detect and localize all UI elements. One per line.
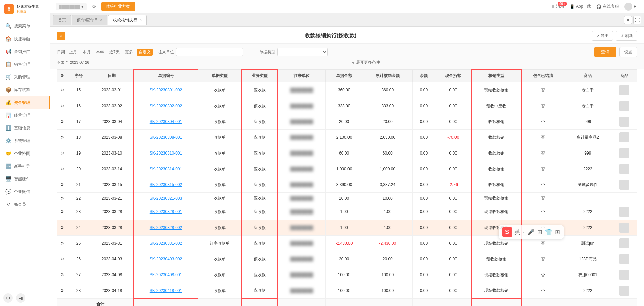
settings-filter-btn[interactable]: 设置: [619, 47, 637, 57]
td-balance: 0.00: [412, 98, 435, 114]
sidebar-item-inventory[interactable]: 📦 库存核算: [0, 83, 50, 96]
td-bill-no[interactable]: SK-20230331-002: [134, 236, 198, 251]
icon-grid2: ⊞: [555, 228, 560, 236]
date-opt-7days[interactable]: 近7天: [107, 49, 122, 56]
tab-home[interactable]: 首页: [53, 15, 71, 25]
close-tab-btn[interactable]: ×: [624, 16, 632, 24]
td-bill-no[interactable]: SK-20230328-002: [134, 220, 198, 236]
td-bill-no[interactable]: SK-20230302-002: [134, 98, 198, 114]
bill-type-select[interactable]: [277, 48, 328, 56]
sidebar-item-quick[interactable]: 🏠 快捷导航: [0, 33, 50, 45]
td-settings[interactable]: ⚙: [57, 82, 67, 98]
sidebar-item-purchase[interactable]: 🛒 采购管理: [0, 71, 50, 83]
export-btn[interactable]: ↗ 导出: [592, 31, 613, 41]
date-opt-custom[interactable]: 自定义: [137, 49, 153, 56]
td-settings[interactable]: ⚙: [57, 161, 67, 177]
td-settings[interactable]: ⚙: [57, 267, 67, 283]
td-cum-amount: 1.00: [363, 204, 412, 220]
td-settings[interactable]: ⚙: [57, 236, 67, 251]
td-bill-no[interactable]: SK-20230301-002: [134, 82, 198, 98]
td-bill-no[interactable]: SK-20230304-001: [134, 114, 198, 130]
user-avatar[interactable]: Rit: [624, 3, 639, 11]
filter-toggle-btn[interactable]: »: [57, 32, 65, 40]
footer-amount: [325, 299, 363, 306]
td-bill-no[interactable]: SK-20230408-001: [134, 267, 198, 283]
td-settings[interactable]: ⚙: [57, 114, 67, 130]
solution-btn[interactable]: 体验行业方案: [101, 2, 135, 11]
td-product: 测试多属性: [565, 177, 611, 193]
app-download-btn[interactable]: 📱 App下载: [570, 4, 591, 9]
td-settings[interactable]: ⚙: [57, 193, 67, 204]
company-select[interactable]: ████████ ▾: [56, 3, 87, 10]
td-partner: ████████: [278, 82, 325, 98]
tab-receipt[interactable]: 收款核销执行 ×: [108, 15, 147, 25]
td-balance: 0.00: [412, 204, 435, 220]
td-settings[interactable]: ⚙: [57, 130, 67, 145]
table-row: ⚙ 20 2023-03-14 SK-20230314-001 收款单 应收款 …: [57, 161, 637, 177]
tab-payable-close[interactable]: ×: [100, 18, 102, 22]
refresh-btn[interactable]: ↺ 刷新: [616, 31, 637, 41]
fullscreen-tab-btn[interactable]: ⛶: [633, 16, 641, 24]
message-btn[interactable]: 🖥 消息 99+: [551, 4, 564, 9]
query-btn[interactable]: 查询: [594, 47, 616, 57]
sidebar-item-wechat[interactable]: 💬 企业微信: [0, 185, 50, 198]
th-settings[interactable]: ⚙: [57, 69, 67, 82]
td-settings[interactable]: ⚙: [57, 220, 67, 236]
td-bill-no[interactable]: SK-20230321-003: [134, 193, 198, 204]
sidebar-item-sales[interactable]: 📋 销售管理: [0, 58, 50, 71]
td-product-thumb: [611, 193, 637, 204]
date-opt-this-month[interactable]: 本月: [80, 49, 93, 56]
td-bill-no[interactable]: SK-20230403-002: [134, 251, 198, 267]
td-settings[interactable]: ⚙: [57, 283, 67, 299]
td-cum-amount: 10.00: [363, 193, 412, 204]
partner-value: ████████: [290, 182, 313, 187]
td-settings[interactable]: ⚙: [57, 177, 67, 193]
sidebar-item-hardware[interactable]: 🖥️ 智能硬件: [0, 173, 50, 185]
product-name: 2222: [583, 209, 592, 214]
sidebar-item-guide[interactable]: 🆕 新手引导: [0, 160, 50, 173]
product-name: 老白干: [582, 104, 594, 108]
td-settings[interactable]: ⚙: [57, 204, 67, 220]
td-product-thumb: [611, 251, 637, 267]
sidebar-item-finance[interactable]: 💰 资金管理: [0, 96, 50, 109]
sidebar-item-system[interactable]: ⚙️ 系统管理: [0, 134, 50, 147]
sidebar-item-search[interactable]: 🔍 搜索菜单: [0, 20, 50, 33]
td-bill-no[interactable]: SK-20230310-001: [134, 145, 198, 161]
td-bill-no[interactable]: SK-20230328-001: [134, 204, 198, 220]
sidebar-item-marketing[interactable]: 📢 营销推广: [0, 45, 50, 58]
date-opt-last-month[interactable]: 上月: [67, 49, 79, 56]
th-bill-no: 单据编号: [134, 69, 198, 82]
td-bill-no[interactable]: SK-20230418-001: [134, 283, 198, 299]
td-bill-no[interactable]: SK-20230308-001: [134, 130, 198, 145]
sidebar-item-enterprise[interactable]: 🤝 企业协同: [0, 147, 50, 160]
tab-payable[interactable]: 预付/应付单 ×: [72, 15, 107, 25]
date-opt-more[interactable]: 更多: [123, 49, 135, 56]
td-biz-type: 应收款: [241, 161, 278, 177]
td-amount: 100.00: [325, 267, 363, 283]
td-settings[interactable]: ⚙: [57, 251, 67, 267]
td-product-thumb: [611, 82, 637, 98]
gear-icon[interactable]: ⚙: [89, 2, 99, 11]
expand-more-btn[interactable]: ∨ 展开更多条件: [352, 60, 380, 65]
td-bill-no[interactable]: SK-20230314-001: [134, 161, 198, 177]
td-settings[interactable]: ⚙: [57, 145, 67, 161]
td-partner: ████████: [278, 145, 325, 161]
sidebar-item-member[interactable]: V 畅会员: [0, 198, 50, 211]
td-product-thumb: [611, 161, 637, 177]
td-date: 2023-03-21: [90, 193, 134, 204]
tab-receipt-close[interactable]: ×: [139, 18, 142, 22]
td-bill-type: 收款单: [198, 251, 241, 267]
sidebar-bottom: ⚙ ◀: [0, 290, 50, 306]
partner-filter-input[interactable]: [176, 48, 243, 56]
collapse-icon[interactable]: ◀: [16, 293, 25, 303]
td-settings[interactable]: ⚙: [57, 98, 67, 114]
sidebar-item-operations[interactable]: 📊 经营管理: [0, 109, 50, 122]
td-num: 22: [67, 193, 90, 204]
online-service-btn[interactable]: 🎧 在线客服: [596, 4, 619, 9]
date-opt-this-year[interactable]: 本年: [94, 49, 106, 56]
td-bill-no[interactable]: SK-20230315-002: [134, 177, 198, 193]
sidebar-item-basic[interactable]: ℹ️ 基础信息: [0, 122, 50, 134]
table-row: ⚙ 16 2023-03-02 SK-20230302-002 收款单 预收款 …: [57, 98, 637, 114]
settings-icon[interactable]: ⚙: [3, 293, 13, 303]
marketing-label: 营销推广: [14, 49, 30, 55]
